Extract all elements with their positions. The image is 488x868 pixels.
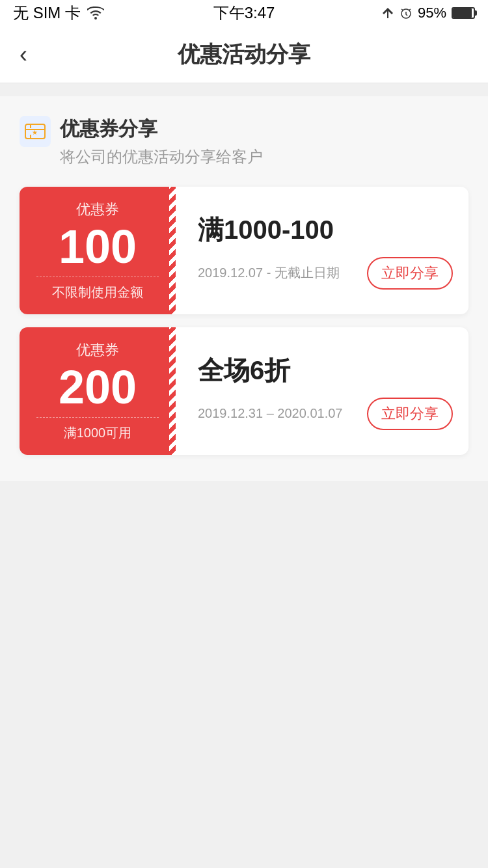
coupon-section: ★ 优惠券分享 将公司的优惠活动分享给客户 优惠券 100 不限制使用金额 满1… bbox=[0, 96, 488, 481]
coupon-label-2: 优惠券 bbox=[76, 340, 119, 360]
coupon-card-2: 优惠券 200 满1000可用 全场6折 2019.12.31 – 2020.0… bbox=[20, 327, 468, 455]
status-right: 95% bbox=[381, 5, 475, 21]
carrier-text: 无 SIM 卡 bbox=[13, 3, 81, 23]
coupon-condition-2: 满1000可用 bbox=[64, 424, 132, 442]
coupon-divider-2 bbox=[36, 417, 158, 418]
section-spacer bbox=[0, 83, 488, 96]
share-button-2[interactable]: 立即分享 bbox=[367, 398, 453, 430]
coupon-label-1: 优惠券 bbox=[76, 200, 119, 219]
section-subtitle: 将公司的优惠活动分享给客户 bbox=[60, 146, 263, 167]
section-icon: ★ bbox=[20, 116, 51, 147]
coupon-right-2: 全场6折 2019.12.31 – 2020.01.07 立即分享 bbox=[176, 327, 468, 455]
section-title: 优惠券分享 bbox=[60, 116, 263, 142]
battery-pct: 95% bbox=[418, 5, 446, 21]
coupon-divider-1 bbox=[36, 277, 158, 277]
coupon-value-1: 100 bbox=[59, 223, 137, 270]
coupon-card-1: 优惠券 100 不限制使用金额 满1000-100 2019.12.07 - 无… bbox=[20, 187, 468, 314]
alarm-icon bbox=[400, 7, 413, 20]
status-carrier: 无 SIM 卡 bbox=[13, 3, 104, 23]
coupon-title-2: 全场6折 bbox=[198, 353, 453, 388]
status-time: 下午3:47 bbox=[213, 3, 275, 23]
coupon-date-1: 2019.12.07 - 无截止日期 bbox=[198, 264, 340, 282]
coupon-condition-1: 不限制使用金额 bbox=[52, 284, 143, 301]
wifi-icon bbox=[87, 7, 104, 20]
section-title-row: ★ 优惠券分享 将公司的优惠活动分享给客户 bbox=[20, 116, 468, 167]
coupon-left-2: 优惠券 200 满1000可用 bbox=[20, 327, 176, 455]
location-icon bbox=[381, 7, 394, 20]
coupon-right-1: 满1000-100 2019.12.07 - 无截止日期 立即分享 bbox=[176, 187, 468, 314]
coupon-icon: ★ bbox=[24, 122, 46, 141]
nav-bar: ‹ 优惠活动分享 bbox=[0, 26, 488, 83]
coupon-date-row-2: 2019.12.31 – 2020.01.07 立即分享 bbox=[198, 398, 453, 430]
coupon-title-1: 满1000-100 bbox=[198, 212, 453, 248]
coupon-date-2: 2019.12.31 – 2020.01.07 bbox=[198, 406, 342, 421]
share-button-1[interactable]: 立即分享 bbox=[367, 257, 453, 290]
main-background bbox=[0, 481, 488, 868]
coupon-list: 优惠券 100 不限制使用金额 满1000-100 2019.12.07 - 无… bbox=[20, 187, 468, 455]
coupon-date-row-1: 2019.12.07 - 无截止日期 立即分享 bbox=[198, 257, 453, 290]
coupon-value-2: 200 bbox=[59, 364, 137, 411]
battery-icon bbox=[452, 7, 475, 19]
page-title: 优惠活动分享 bbox=[178, 40, 310, 70]
coupon-left-1: 优惠券 100 不限制使用金额 bbox=[20, 187, 176, 314]
status-bar: 无 SIM 卡 下午3:47 95% bbox=[0, 0, 488, 26]
section-text-group: 优惠券分享 将公司的优惠活动分享给客户 bbox=[60, 116, 263, 167]
svg-text:★: ★ bbox=[32, 129, 38, 136]
back-button[interactable]: ‹ bbox=[20, 41, 27, 68]
